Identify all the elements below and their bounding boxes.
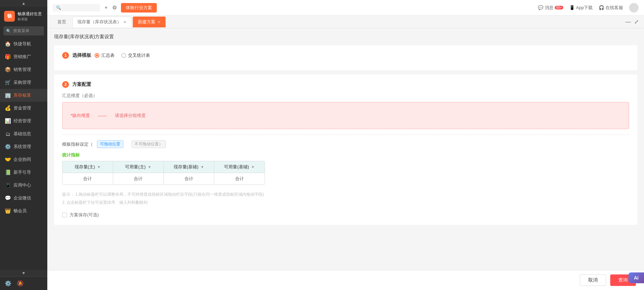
stats-section-label: 统计指标 — [62, 152, 629, 158]
search-icon: 🔍 — [56, 5, 61, 10]
window-buttons: — ⤢ — [625, 19, 639, 25]
chevron-down-icon[interactable]: ▼ — [97, 165, 101, 169]
dimension-label: 汇总维度（必选） — [62, 93, 629, 99]
sidebar-item-apps[interactable]: 📱 应用中心 — [0, 179, 47, 192]
sidebar-item-basic[interactable]: 🗂 基础信息 — [0, 127, 47, 140]
phone-icon: 📱 — [569, 5, 575, 10]
sidebar-item-label: 系统管理 — [14, 144, 31, 150]
radio-summary-circle — [95, 53, 99, 58]
sidebar-item-label: 库存核算 — [14, 92, 31, 98]
settings-icon[interactable]: ⚙️ — [5, 280, 11, 287]
section2-card: 2 方案配置 汇总维度（必选） *纵向维度 —— 请选择分组维度 模板指标设定（… — [54, 74, 637, 225]
user-avatar[interactable] — [629, 3, 639, 13]
sidebar-item-label: 基础信息 — [14, 131, 31, 137]
sidebar-item-shortcut[interactable]: 🏠 快捷导航 — [0, 38, 47, 50]
section1-card: 1 选择模板 汇总表 交叉统计表 — [54, 45, 637, 70]
template-radio-group: 汇总表 交叉统计表 — [95, 52, 150, 58]
logo-icon: 畅 — [4, 11, 15, 22]
sidebar-item-label: 资金管理 — [14, 105, 31, 111]
stats-table: 现存量(主) ▼ 合计 可用量(主) ▼ 合计 — [62, 161, 265, 185]
sidebar-item-wechat[interactable]: 💬 企业微信 — [0, 192, 47, 204]
tab-home[interactable]: 首页 — [53, 17, 71, 27]
message-button[interactable]: 💬 消息 99+ — [538, 5, 563, 11]
indicator-settings: 模板指标设定（ 可拖动位置 不可拖动位置） — [62, 140, 629, 148]
maximize-icon[interactable]: ⤢ — [634, 19, 639, 25]
sidebar-item-label: 销售管理 — [14, 67, 31, 73]
logo-text: 畅康通好生意 标准版 — [18, 11, 42, 22]
sidebar-item-sales[interactable]: 📦 销售管理 — [0, 63, 47, 76]
sidebar-scroll-up[interactable]: ▲ — [0, 0, 47, 7]
tab-close-new-plan[interactable]: ✕ — [157, 20, 160, 24]
building-icon: 🏢 — [5, 92, 11, 98]
chevron-down-icon[interactable]: ▼ — [200, 165, 204, 169]
topbar-dropdown[interactable]: ▼ — [104, 5, 108, 10]
app-download-button[interactable]: 📱 App下载 — [569, 5, 593, 11]
sidebar-search[interactable]: 🔍 搜索菜单 — [3, 26, 44, 35]
sidebar-item-member[interactable]: 👑 畅会员 — [0, 204, 47, 217]
save-option: 方案保存(可选) — [62, 212, 629, 218]
gift-icon: 🎁 — [5, 54, 11, 60]
cancel-button[interactable]: 取消 — [580, 274, 606, 286]
chevron-down-icon[interactable]: ▼ — [251, 165, 255, 169]
sidebar: ▲ 畅 畅康通好生意 标准版 🔍 搜索菜单 🏠 快捷导航 🎁 营销推广 📦 销售… — [0, 0, 47, 290]
section1-title: 选择模板 — [72, 52, 91, 58]
online-service-button[interactable]: 🎧 在线客服 — [599, 5, 623, 11]
sidebar-item-label: 快捷导航 — [14, 41, 31, 47]
stats-col-body-1: 合计 — [113, 173, 164, 185]
topbar-gear[interactable]: ⚙ — [112, 4, 117, 11]
stats-col-header-2[interactable]: 现存量(基辅) ▼ — [164, 161, 214, 173]
sidebar-item-marketing[interactable]: 🎁 营销推广 — [0, 50, 47, 63]
search-icon: 🔍 — [6, 29, 11, 33]
sidebar-scroll-down[interactable]: ▼ — [0, 270, 47, 276]
handshake-icon: 🤝 — [5, 156, 11, 163]
sidebar-item-label: 企业微信 — [14, 195, 31, 201]
stats-col-1: 可用量(主) ▼ 合计 — [113, 161, 164, 185]
sidebar-item-label: 经营管理 — [14, 118, 31, 124]
sidebar-item-corp[interactable]: 🤝 企业协同 — [0, 153, 47, 166]
tab-new-plan[interactable]: 新建方案 ✕ — [133, 17, 166, 27]
message-icon: 💬 — [538, 5, 543, 10]
tips: 提示： 1.拖动标题栏可以调整布局，不可跨维度或指标区域拖动栏目字段(只能在同一… — [62, 190, 629, 207]
stats-col-header-3[interactable]: 可用量(基辅) ▼ — [214, 161, 265, 173]
stats-col-header-0[interactable]: 现存量(主) ▼ — [63, 161, 113, 173]
sidebar-item-newbie[interactable]: 📗 新手引导 — [0, 166, 47, 179]
stats-col-header-1[interactable]: 可用量(主) ▼ — [113, 161, 164, 173]
folder-icon: 🗂 — [5, 131, 11, 137]
money-icon: 💰 — [5, 105, 11, 111]
sidebar-item-label: 营销推广 — [14, 54, 31, 60]
mute-icon[interactable]: 🔕 — [17, 280, 24, 287]
content: 现存量(库存状况表)方案设置 1 选择模板 汇总表 交叉统计表 — [47, 28, 644, 270]
mobile-icon: 📱 — [5, 182, 11, 188]
ai-button[interactable]: Ai — [628, 272, 644, 283]
sidebar-item-finance[interactable]: 💰 资金管理 — [0, 102, 47, 115]
radio-cross-circle — [121, 53, 126, 58]
save-checkbox[interactable] — [62, 213, 67, 217]
crown-icon: 👑 — [5, 208, 11, 214]
tab-inventory-status[interactable]: 现存量（库存状况表） ✕ — [72, 17, 131, 27]
drag-badge: 可拖动位置 — [97, 140, 123, 148]
section1-number: 1 — [62, 52, 69, 59]
page-title: 现存量(库存状况表)方案设置 — [54, 34, 637, 40]
sidebar-item-operations[interactable]: 📊 经营管理 — [0, 115, 47, 127]
no-drag-badge: 不可拖动位置） — [131, 140, 166, 148]
cart-icon: 🛒 — [5, 79, 11, 86]
sidebar-item-label: 新手引导 — [14, 169, 31, 175]
box-icon: 📦 — [5, 67, 11, 73]
stats-col-2: 现存量(基辅) ▼ 合计 — [164, 161, 215, 185]
topbar-right: 💬 消息 99+ 📱 App下载 🎧 在线客服 — [538, 3, 639, 13]
sidebar-item-label: 采购管理 — [14, 79, 31, 86]
sidebar-item-inventory[interactable]: 🏢 库存核算 — [0, 89, 47, 102]
chevron-down-icon[interactable]: ▼ — [148, 165, 151, 169]
sidebar-item-system[interactable]: ⚙️ 系统管理 — [0, 140, 47, 153]
trial-button[interactable]: 体验行业方案 — [121, 3, 157, 13]
sidebar-item-purchase[interactable]: 🛒 采购管理 — [0, 76, 47, 89]
tab-close-inventory[interactable]: ✕ — [123, 20, 126, 24]
stats-col-body-0: 合计 — [63, 173, 113, 185]
topbar-search[interactable]: 🔍 — [53, 4, 100, 11]
radio-cross[interactable]: 交叉统计表 — [121, 52, 150, 58]
radio-summary[interactable]: 汇总表 — [95, 52, 115, 58]
dimension-box[interactable]: *纵向维度 —— 请选择分组维度 — [62, 102, 629, 129]
minimize-icon[interactable]: — — [625, 19, 631, 25]
stats-table-header: 现存量(主) ▼ 合计 可用量(主) ▼ 合计 — [63, 161, 265, 185]
tabbar: 首页 现存量（库存状况表） ✕ 新建方案 ✕ — ⤢ — [47, 16, 644, 28]
